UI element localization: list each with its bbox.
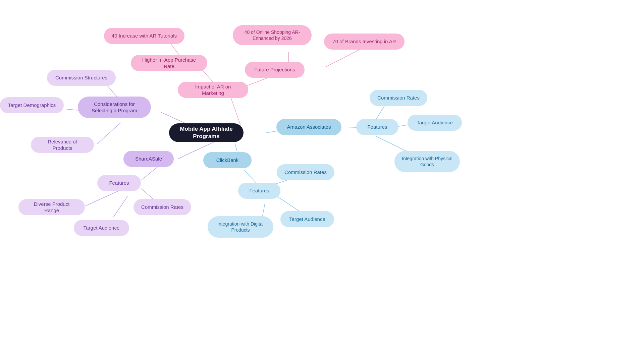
diverse-product-node: Diverse Product Range xyxy=(18,199,85,215)
future-projections-node: Future Projections xyxy=(245,62,305,78)
svg-line-14 xyxy=(113,196,127,217)
svg-line-5 xyxy=(325,47,366,67)
svg-line-9 xyxy=(97,123,121,144)
commission-structures-node: Commission Structures xyxy=(47,70,116,86)
commission-shareasale-node: Commission Rates xyxy=(133,199,191,215)
center-node: Mobile App Affiliate Programs xyxy=(169,123,244,142)
relevance-products-node: Relevance of Products xyxy=(31,137,94,153)
amazon-node: Amazon Associates xyxy=(276,119,341,135)
physical-goods-node: Integration with Physical Goods xyxy=(394,151,460,172)
target-amazon-node: Target Audience xyxy=(408,115,462,131)
target-clickbank-node: Target Audience xyxy=(280,211,334,227)
ar-impact-node: Impact of AR on Marketing xyxy=(178,82,248,98)
commission-amazon-node: Commission Rates xyxy=(370,90,427,106)
target-demographics-node: Target Demographics xyxy=(0,97,64,113)
ar-tutorials-node: 40 Increase with AR Tutorials xyxy=(104,28,184,44)
features-clickbank-node: Features xyxy=(238,183,280,199)
digital-products-node: Integration with Digital Products xyxy=(208,216,273,238)
brands-ar-node: 70 of Brands Investing in AR xyxy=(324,34,405,50)
shareasale-node: ShareASale xyxy=(123,151,174,167)
svg-line-18 xyxy=(275,195,302,213)
considerations-node: Considerations for Selecting a Program xyxy=(78,97,151,118)
svg-line-11 xyxy=(141,167,158,180)
clickbank-node: ClickBank xyxy=(203,152,252,168)
target-shareasale-node: Target Audience xyxy=(74,220,129,236)
online-shopping-node: 40 of Online Shopping AR-Enhanced by 202… xyxy=(233,25,312,45)
features-shareasale-node: Features xyxy=(97,175,141,191)
commission-clickbank-node: Commission Rates xyxy=(277,164,334,180)
svg-line-24 xyxy=(376,136,409,153)
features-amazon-node: Features xyxy=(356,119,398,135)
higher-purchase-node: Higher In-App Purchase Rate xyxy=(131,55,207,71)
